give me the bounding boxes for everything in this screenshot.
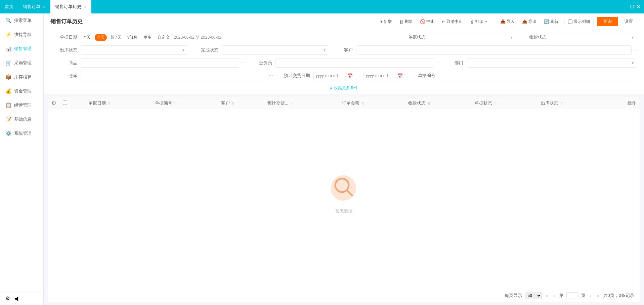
- warehouse-dots-icon[interactable]: ···: [269, 73, 273, 79]
- date-last-month[interactable]: 近1月: [125, 34, 140, 41]
- th-order-status-label: 单据状态: [475, 101, 492, 106]
- stop-label: 中止: [426, 19, 434, 25]
- warehouse-input[interactable]: [81, 71, 267, 80]
- page-size-select[interactable]: 50 20 100: [525, 292, 542, 299]
- sidebar-item-inventory-check-label: 库存核算: [14, 74, 32, 80]
- th-expected-delivery: 预计交货... ⇅: [264, 97, 339, 109]
- refresh-button[interactable]: 🔄 刷新: [541, 17, 561, 26]
- tab-sales-order-history[interactable]: 销售订单历史 ✕: [50, 0, 91, 13]
- first-page-button[interactable]: «: [545, 292, 550, 299]
- sort-payment-status-icon[interactable]: ⇅: [428, 102, 430, 105]
- display-detail-checkbox[interactable]: [568, 20, 572, 24]
- add-button[interactable]: + 新增: [378, 17, 395, 26]
- page-size-label: 每页显示: [505, 293, 522, 299]
- export-icon: 📤: [522, 19, 527, 24]
- customer-input[interactable]: [356, 45, 632, 55]
- tab-home[interactable]: 首页: [0, 0, 18, 13]
- sidebar-item-funds-mgmt[interactable]: 💰 资金管理: [0, 84, 43, 98]
- date-today[interactable]: 今天: [95, 34, 107, 41]
- export-button[interactable]: 📤 导出: [519, 17, 539, 26]
- query-button[interactable]: 查询: [597, 17, 618, 26]
- order-status-select[interactable]: ▼: [429, 33, 516, 42]
- maximize-button[interactable]: □: [630, 4, 634, 10]
- sidebar-item-purchase-mgmt[interactable]: 🛒 采购管理: [0, 56, 43, 70]
- table-gear-button[interactable]: ⚙: [51, 100, 56, 106]
- data-table: ⚙ 单据日期 ⇅ 单据编号 ⇅: [48, 97, 640, 109]
- calendar-start-icon[interactable]: 📅: [347, 73, 353, 78]
- sidebar-item-sales-mgmt[interactable]: 📊 销售管理: [0, 42, 43, 56]
- product-dots-icon[interactable]: ···: [241, 60, 245, 66]
- page-header: 销售订单历史 + 新增 🗑 删除 🚫 中止 ↩: [44, 13, 644, 29]
- collapse-row[interactable]: ∧ 收起更多条件: [50, 84, 637, 91]
- expected-delivery-end-input[interactable]: [366, 73, 396, 78]
- tab-home-label: 首页: [5, 4, 13, 10]
- tab-sales-order[interactable]: 销售订单 ✕: [18, 0, 50, 13]
- th-order-amount-label: 订单金额: [342, 101, 359, 106]
- print-label: 打印: [475, 19, 483, 25]
- sort-expected-delivery-icon[interactable]: ⇅: [290, 102, 293, 105]
- export-label: 导出: [528, 19, 536, 25]
- search-menu-icon: 🔍: [5, 17, 11, 24]
- sort-customer-icon[interactable]: ⇅: [232, 102, 234, 105]
- delete-label: 删除: [404, 19, 413, 25]
- sidebar-item-basic-info[interactable]: 📝 基础信息: [0, 112, 43, 126]
- sort-order-amount-icon[interactable]: ⇅: [361, 102, 364, 105]
- minimize-button[interactable]: —: [622, 4, 628, 10]
- close-button[interactable]: ✕: [636, 4, 641, 10]
- date-custom[interactable]: 自定义: [156, 34, 172, 41]
- tab-sales-order-close[interactable]: ✕: [42, 4, 46, 9]
- settings-button[interactable]: 设置: [620, 17, 637, 26]
- order-number-label: 单据编号: [412, 73, 439, 79]
- calendar-end-icon[interactable]: 📅: [397, 73, 403, 78]
- payment-status-select[interactable]: ▼: [550, 33, 637, 42]
- th-delivery-status: 出库状态 ⇅: [538, 97, 604, 109]
- order-number-input[interactable]: [439, 71, 637, 80]
- stop-button[interactable]: 🚫 中止: [417, 17, 437, 26]
- current-page-input[interactable]: 1: [566, 292, 578, 299]
- sidebar-item-funds-mgmt-label: 资金管理: [14, 88, 32, 94]
- prev-page-button[interactable]: ‹: [552, 292, 557, 299]
- sidebar-item-operations-mgmt[interactable]: 📋 经营管理: [0, 98, 43, 112]
- sidebar-item-quick-nav-label: 快捷导航: [14, 32, 32, 38]
- date-yesterday[interactable]: 昨天: [81, 34, 93, 41]
- customer-dots-icon[interactable]: ···: [633, 47, 637, 53]
- sort-delivery-status-icon[interactable]: ⇅: [560, 102, 563, 105]
- sort-number-icon[interactable]: ⇅: [174, 102, 177, 105]
- select-all-checkbox[interactable]: [63, 101, 67, 105]
- toolbar: + 新增 🗑 删除 🚫 中止 ↩ 取消中止: [378, 17, 638, 26]
- delete-button[interactable]: 🗑 删除: [396, 17, 415, 26]
- th-payment-status-label: 收款状态: [408, 101, 426, 106]
- next-page-button[interactable]: ›: [588, 292, 593, 299]
- sort-date-icon[interactable]: ⇅: [108, 102, 111, 105]
- completion-status-select[interactable]: ▼: [222, 45, 329, 55]
- sidebar-item-sales-mgmt-label: 销售管理: [14, 46, 32, 52]
- date-more[interactable]: 更多: [141, 34, 154, 41]
- sidebar-collapse-icon[interactable]: ◀: [14, 295, 18, 302]
- sidebar-item-search-menu[interactable]: 🔍 搜索菜单: [0, 13, 43, 28]
- date-last7[interactable]: 近7天: [109, 34, 123, 41]
- salesperson-dots-icon[interactable]: ···: [435, 60, 440, 66]
- delivery-status-select[interactable]: ▼: [81, 45, 188, 55]
- expected-delivery-start-input[interactable]: [316, 73, 346, 78]
- import-icon: 📥: [500, 19, 506, 24]
- sidebar-item-system-mgmt[interactable]: ⚙️ 系统管理: [0, 126, 43, 141]
- product-input[interactable]: [81, 58, 239, 68]
- sidebar-item-search-menu-label: 搜索菜单: [14, 17, 32, 24]
- salesperson-input[interactable]: [275, 58, 434, 68]
- sort-order-status-icon[interactable]: ⇅: [494, 102, 497, 105]
- th-customer-label: 客户: [221, 101, 230, 106]
- cancel-stop-button[interactable]: ↩ 取消中止: [439, 17, 465, 26]
- print-icon: 🖨: [470, 19, 474, 24]
- sidebar-item-inventory-check[interactable]: 📦 库存核算: [0, 70, 43, 84]
- display-detail-label[interactable]: 显示明细: [568, 19, 590, 25]
- tab-sales-order-history-close[interactable]: ✕: [83, 4, 87, 9]
- department-select[interactable]: ▼: [467, 58, 637, 68]
- sidebar-settings-icon[interactable]: ⚙: [5, 295, 10, 302]
- sidebar-item-quick-nav[interactable]: ⚡ 快捷导航: [0, 28, 43, 42]
- last-page-button[interactable]: »: [595, 292, 601, 299]
- print-button[interactable]: 🖨 打印 ▼: [467, 17, 490, 26]
- import-button[interactable]: 📥 导入: [498, 17, 517, 26]
- content-area: 销售订单历史 + 新增 🗑 删除 🚫 中止 ↩: [44, 13, 644, 305]
- sidebar-item-purchase-mgmt-label: 采购管理: [14, 60, 32, 66]
- th-number: 单据编号 ⇅: [152, 97, 218, 109]
